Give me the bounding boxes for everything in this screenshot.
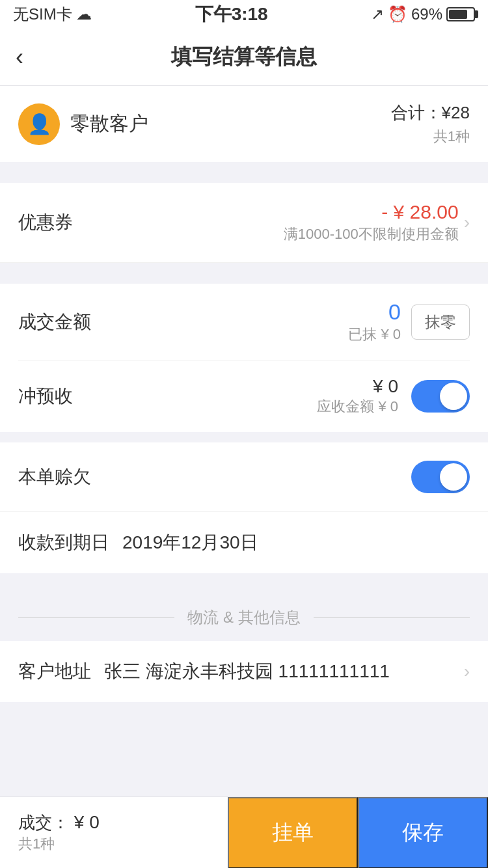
sim-status: 无SIM卡 ☁ (13, 4, 92, 25)
bottom-deal-label: 成交： (18, 813, 69, 832)
customer-row[interactable]: 👤 零散客户 合计：¥28 共1种 (0, 86, 488, 162)
customer-right: 合计：¥28 共1种 (391, 102, 470, 146)
address-value: 张三 海淀永丰科技园 11111111111 (104, 659, 459, 684)
coupon-right: - ¥ 28.00 满1000-100不限制使用金额 › (284, 201, 470, 244)
due-date-row: 收款到期日 2019年12月30日 (0, 511, 488, 573)
status-time: 下午3:18 (195, 2, 268, 27)
debt-toggle-knob (440, 463, 467, 491)
logistics-label: 物流 & 其他信息 (187, 607, 300, 628)
debt-section: 本单赊欠 收款到期日 2019年12月30日 (0, 442, 488, 573)
address-section: 客户地址 张三 海淀永丰科技园 11111111111 › (0, 641, 488, 702)
battery-icon (446, 7, 475, 21)
debt-toggle[interactable] (411, 461, 470, 493)
save-button[interactable]: 保存 (358, 797, 488, 869)
logistics-line-left (18, 617, 174, 618)
status-left: 无SIM卡 ☁ (13, 4, 92, 25)
coupon-label: 优惠券 (18, 210, 73, 235)
address-chevron-icon: › (464, 661, 470, 682)
bottom-bar: 成交： ¥ 0 共1种 挂单 保存 (0, 796, 488, 868)
divider-3 (0, 432, 488, 442)
bottom-summary: 成交： ¥ 0 共1种 (0, 811, 228, 854)
precollect-amounts: ¥ 0 应收金额 ¥ 0 (317, 376, 398, 416)
divider-4 (0, 584, 488, 594)
address-label: 客户地址 (18, 659, 91, 684)
divider-1 (0, 172, 488, 183)
avatar: 👤 (18, 103, 60, 145)
precollect-toggle[interactable] (411, 380, 470, 413)
pending-button[interactable]: 挂单 (228, 797, 358, 869)
chevron-right-icon: › (464, 212, 470, 233)
main-content: 👤 零散客户 合计：¥28 共1种 优惠券 - ¥ 28.00 满1000-10… (0, 86, 488, 791)
bottom-count: 共1种 (18, 834, 210, 854)
logistics-line-right (314, 617, 470, 618)
nav-bar: ‹ 填写结算等信息 (0, 29, 488, 86)
status-right: ↗ ⏰ 69% (371, 5, 475, 23)
transaction-label: 成交金额 (18, 310, 91, 334)
transaction-section: 成交金额 0 已抹 ¥ 0 抹零 冲预收 ¥ 0 应收金额 ¥ 0 (0, 284, 488, 432)
page-title: 填写结算等信息 (171, 43, 317, 72)
coupon-sub: 满1000-100不限制使用金额 (284, 224, 459, 244)
round-zero-button[interactable]: 抹零 (411, 305, 470, 340)
debt-row: 本单赊欠 (0, 442, 488, 511)
address-row[interactable]: 客户地址 张三 海淀永丰科技园 11111111111 › (0, 641, 488, 702)
transaction-row: 成交金额 0 已抹 ¥ 0 抹零 (18, 284, 470, 360)
avatar-icon: 👤 (27, 113, 51, 135)
alarm-icon: ⏰ (388, 5, 407, 23)
bottom-deal-row: 成交： ¥ 0 (18, 811, 210, 834)
back-button[interactable]: ‹ (16, 44, 23, 71)
customer-left: 👤 零散客户 (18, 103, 148, 145)
customer-name: 零散客户 (70, 111, 148, 137)
location-icon: ↗ (371, 5, 384, 23)
bottom-deal-amount: ¥ 0 (74, 812, 100, 832)
battery-percent: 69% (411, 5, 442, 23)
total-count: 共1种 (391, 127, 470, 146)
transaction-value: 0 (388, 299, 401, 324)
precollect-right: ¥ 0 应收金额 ¥ 0 (317, 376, 470, 416)
debt-label: 本单赊欠 (18, 465, 91, 489)
customer-section: 👤 零散客户 合计：¥28 共1种 (0, 86, 488, 162)
precollect-amount: ¥ 0 (317, 376, 398, 397)
coupon-value: - ¥ 28.00 (284, 201, 459, 223)
total-label: 合计：¥28 (391, 102, 470, 124)
status-bar: 无SIM卡 ☁ 下午3:18 ↗ ⏰ 69% (0, 0, 488, 29)
precollect-row: 冲预收 ¥ 0 应收金额 ¥ 0 (18, 360, 470, 432)
coupon-row[interactable]: 优惠券 - ¥ 28.00 满1000-100不限制使用金额 › (0, 183, 488, 263)
divider-2 (0, 273, 488, 284)
due-date-label: 收款到期日 (18, 530, 109, 555)
logistics-divider: 物流 & 其他信息 (0, 594, 488, 641)
transaction-right: 0 已抹 ¥ 0 抹零 (348, 299, 470, 344)
transaction-sub: 已抹 ¥ 0 (348, 325, 401, 344)
due-date-value: 2019年12月30日 (122, 530, 258, 555)
precollect-sub: 应收金额 ¥ 0 (317, 397, 398, 416)
coupon-section: 优惠券 - ¥ 28.00 满1000-100不限制使用金额 › (0, 183, 488, 263)
precollect-label: 冲预收 (18, 384, 73, 409)
toggle-knob (440, 383, 467, 410)
